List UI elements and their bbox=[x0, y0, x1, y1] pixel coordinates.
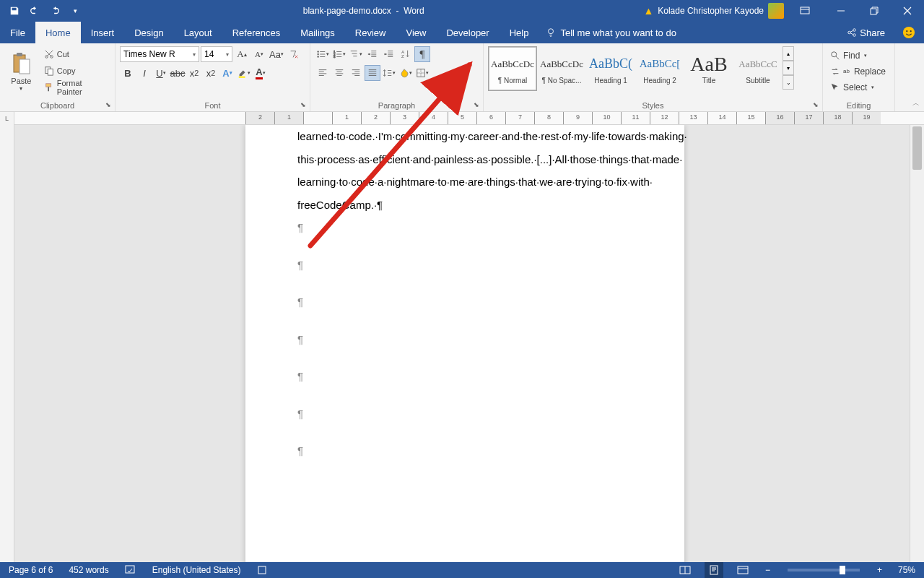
web-layout-button[interactable] bbox=[733, 562, 752, 578]
clipboard-dialog-launcher[interactable]: ⬊ bbox=[103, 100, 113, 110]
spell-check-status[interactable] bbox=[122, 562, 139, 578]
tab-file[interactable]: File bbox=[0, 22, 35, 43]
tab-view[interactable]: View bbox=[396, 22, 436, 43]
maximize-button[interactable] bbox=[858, 0, 891, 22]
vertical-scrollbar[interactable] bbox=[910, 125, 924, 562]
highlight-button[interactable]: ▾ bbox=[236, 65, 252, 81]
document-page[interactable]: learned·to·code.·I'm·committing·my·caree… bbox=[245, 125, 684, 562]
tab-help[interactable]: Help bbox=[500, 22, 539, 43]
language-status[interactable]: English (United States) bbox=[149, 562, 244, 578]
minimize-button[interactable] bbox=[824, 0, 858, 22]
shrink-font-button[interactable]: A▾ bbox=[251, 46, 267, 62]
underline-button[interactable]: U▾ bbox=[153, 65, 169, 81]
borders-button[interactable]: ▾ bbox=[414, 65, 430, 81]
warning-icon: ▲ bbox=[643, 5, 653, 17]
body-text: freeCodeCamp.·¶ bbox=[297, 194, 632, 217]
tab-review[interactable]: Review bbox=[345, 22, 396, 43]
tab-layout[interactable]: Layout bbox=[174, 22, 222, 43]
paste-button[interactable]: Paste▾ bbox=[4, 46, 38, 97]
paragraph-mark: ¶ bbox=[297, 439, 632, 462]
zoom-level[interactable]: 75% bbox=[895, 562, 918, 578]
font-color-button[interactable]: A▾ bbox=[253, 65, 269, 81]
body-text: learned·to·code.·I'm·committing·my·caree… bbox=[297, 125, 632, 148]
justify-button[interactable] bbox=[365, 65, 380, 81]
page-number-status[interactable]: Page 6 of 6 bbox=[6, 562, 56, 578]
group-label-editing: Editing bbox=[823, 101, 894, 111]
styles-scroll-up[interactable]: ▴ bbox=[783, 46, 794, 61]
tell-me-search[interactable]: Tell me what you want to do bbox=[546, 27, 838, 38]
style-subtitle[interactable]: AaBbCcCSubtitle bbox=[733, 46, 783, 91]
tab-references[interactable]: References bbox=[222, 22, 290, 43]
bullets-button[interactable]: ▾ bbox=[315, 46, 331, 62]
zoom-slider[interactable] bbox=[788, 569, 860, 571]
line-spacing-button[interactable]: ▾ bbox=[381, 65, 397, 81]
styles-scroll-down[interactable]: ▾ bbox=[783, 61, 794, 75]
style-heading1[interactable]: AaBbC(Heading 1 bbox=[586, 46, 635, 91]
style-title[interactable]: AaBTitle bbox=[684, 46, 733, 91]
tab-mailings[interactable]: Mailings bbox=[290, 22, 345, 43]
style-normal[interactable]: AaBbCcDc¶ Normal bbox=[488, 46, 537, 91]
numbering-button[interactable]: 123▾ bbox=[331, 46, 347, 62]
zoom-out-button[interactable]: − bbox=[762, 565, 773, 575]
word-count-status[interactable]: 452 words bbox=[66, 562, 111, 578]
select-button[interactable]: Select▾ bbox=[827, 79, 877, 95]
clear-formatting-button[interactable] bbox=[286, 46, 302, 62]
bold-button[interactable]: B bbox=[120, 65, 136, 81]
scroll-thumb[interactable] bbox=[912, 126, 922, 170]
collapse-ribbon-button[interactable]: ︿ bbox=[912, 98, 920, 108]
share-button[interactable]: Share bbox=[838, 27, 894, 38]
cut-button[interactable]: Cut bbox=[41, 46, 110, 62]
styles-expand[interactable]: ⌄ bbox=[783, 75, 794, 90]
tab-selector[interactable]: L bbox=[0, 112, 14, 125]
vertical-ruler[interactable] bbox=[0, 125, 14, 562]
save-button[interactable] bbox=[6, 2, 23, 20]
macro-status[interactable] bbox=[254, 562, 270, 578]
undo-button[interactable] bbox=[26, 2, 43, 20]
zoom-in-button[interactable]: + bbox=[874, 565, 885, 575]
text-effects-button[interactable]: A▾ bbox=[219, 65, 235, 81]
style-heading2[interactable]: AaBbCc[Heading 2 bbox=[635, 46, 684, 91]
sort-button[interactable]: AZ bbox=[398, 46, 414, 62]
font-name-combo[interactable]: Times New R▾ bbox=[120, 46, 199, 62]
styles-dialog-launcher[interactable]: ⬊ bbox=[811, 100, 821, 110]
increase-indent-button[interactable] bbox=[381, 46, 397, 62]
print-layout-button[interactable] bbox=[705, 562, 723, 578]
tab-insert[interactable]: Insert bbox=[81, 22, 125, 43]
user-name[interactable]: Kolade Christopher Kayode bbox=[658, 6, 764, 16]
shading-button[interactable]: ▾ bbox=[398, 65, 414, 81]
close-button[interactable] bbox=[891, 0, 924, 22]
svg-point-5 bbox=[853, 34, 856, 37]
decrease-indent-button[interactable] bbox=[365, 46, 380, 62]
copy-button[interactable]: Copy bbox=[41, 63, 110, 79]
align-right-button[interactable] bbox=[348, 65, 364, 81]
paragraph-dialog-launcher[interactable]: ⬊ bbox=[471, 100, 481, 110]
svg-point-19 bbox=[318, 53, 319, 55]
ribbon-display-options[interactable] bbox=[788, 0, 821, 22]
align-left-button[interactable] bbox=[315, 65, 331, 81]
avatar[interactable] bbox=[768, 3, 784, 19]
redo-button[interactable] bbox=[46, 2, 64, 20]
grow-font-button[interactable]: A▴ bbox=[234, 46, 250, 62]
tab-home[interactable]: Home bbox=[35, 22, 81, 43]
superscript-button[interactable]: x2 bbox=[203, 65, 219, 81]
style-nospac[interactable]: AaBbCcDc¶ No Spac... bbox=[537, 46, 586, 91]
read-mode-button[interactable] bbox=[676, 562, 694, 578]
align-center-button[interactable] bbox=[331, 65, 347, 81]
svg-rect-17 bbox=[239, 76, 245, 78]
italic-button[interactable]: I bbox=[136, 65, 152, 81]
font-dialog-launcher[interactable]: ⬊ bbox=[298, 100, 308, 110]
tab-design[interactable]: Design bbox=[124, 22, 173, 43]
format-painter-button[interactable]: Format Painter bbox=[41, 79, 110, 95]
tab-developer[interactable]: Developer bbox=[436, 22, 499, 43]
replace-button[interactable]: abReplace bbox=[827, 64, 889, 79]
show-hide-paragraph-marks-button[interactable]: ¶ bbox=[414, 46, 430, 62]
horizontal-ruler[interactable]: 2112345678910111213141516171819 bbox=[14, 112, 924, 124]
qat-customize[interactable]: ▾ bbox=[66, 2, 84, 20]
multilevel-list-button[interactable]: ▾ bbox=[348, 46, 364, 62]
change-case-button[interactable]: Aa▾ bbox=[269, 46, 284, 62]
strikethrough-button[interactable]: abc bbox=[170, 65, 186, 81]
subscript-button[interactable]: x2 bbox=[186, 65, 202, 81]
font-size-combo[interactable]: 14▾ bbox=[201, 46, 232, 62]
find-button[interactable]: Find▾ bbox=[827, 48, 870, 64]
feedback-icon[interactable] bbox=[902, 26, 915, 39]
